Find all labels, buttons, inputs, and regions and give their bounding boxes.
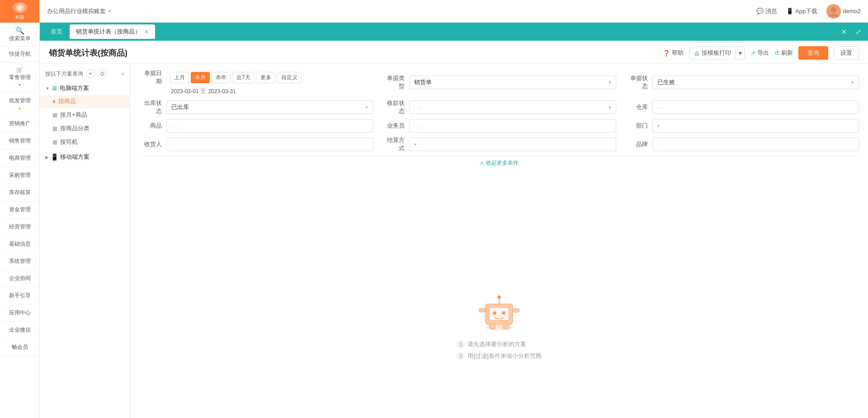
- out-status-field[interactable]: 已出库 ▾: [166, 100, 373, 114]
- query-btn[interactable]: 查询: [798, 46, 828, 60]
- doc-status-field[interactable]: 已生效 ▾: [652, 76, 859, 89]
- sidebar-item-wholesale[interactable]: 批发管理 ▴: [0, 92, 39, 115]
- collapse-filters-btn[interactable]: ∧ 收起更多条件: [139, 156, 859, 170]
- scheme-panel: 按以下方案查询 + ⊙ « ▼ 🖥 电脑端方案: [40, 64, 130, 418]
- brand-dots-icon: ···: [657, 141, 665, 148]
- print-btn[interactable]: 🖨 按模板打印: [689, 47, 736, 59]
- settle-label: 结算方式: [382, 136, 409, 152]
- sidebar-item-sales[interactable]: 销售管理: [0, 133, 39, 150]
- recipient-label: 收货人: [139, 140, 166, 148]
- filter-row-2: 出库状态 已出库 ▾ 收款状态 ··· ▾: [139, 99, 859, 115]
- product-dots-icon: ···: [171, 123, 179, 129]
- doc-type-arrow-icon: ▾: [609, 80, 611, 86]
- date-btn-last-month[interactable]: 上月: [170, 72, 189, 83]
- hint-text-2: 用[过滤]条件来缩小分析范围: [467, 352, 541, 360]
- date-btn-this-month[interactable]: 本月: [191, 72, 210, 83]
- sidebar-item-wechat[interactable]: 企业微信: [0, 322, 39, 339]
- right-panel: 单据日期 上月 本月 本年 近7天 更多 自定义: [130, 64, 868, 418]
- scheme-item-by-month[interactable]: ▦ 按月+商品: [40, 108, 130, 122]
- scheme-item-by-driver[interactable]: ▦ 按司机: [40, 135, 130, 149]
- message-action[interactable]: 💬 消息: [756, 7, 777, 15]
- hint-item-1: 1 请先选择要分析的方案: [457, 340, 526, 348]
- recipient-field[interactable]: ···: [166, 138, 373, 151]
- brand-field[interactable]: ···: [652, 138, 859, 151]
- settings-btn[interactable]: 设置: [834, 46, 859, 60]
- sidebar-item-ecommerce[interactable]: 电商管理: [0, 150, 39, 167]
- salesman-field[interactable]: ···: [409, 119, 616, 133]
- scheme-panel-header: 按以下方案查询 + ⊙ «: [40, 67, 130, 82]
- sidebar-item-inventory[interactable]: 库存核算: [0, 184, 39, 201]
- refresh-btn[interactable]: ↺ 刷新: [774, 49, 793, 57]
- sidebar-item-finance[interactable]: 资金管理: [0, 201, 39, 218]
- scheme-collapse-btn[interactable]: «: [121, 71, 124, 77]
- sidebar-item-operations[interactable]: 经营管理: [0, 218, 39, 236]
- scheme-item-by-category[interactable]: ▦ 按商品分类: [40, 122, 130, 135]
- sidebar-item-guide[interactable]: 新手引导: [0, 287, 39, 304]
- print-dropdown-btn[interactable]: ▾: [736, 48, 745, 58]
- user-menu[interactable]: demo2: [826, 4, 861, 19]
- sidebar-item-enterprise[interactable]: 企业协同: [0, 270, 39, 287]
- filter-cell-doc-status: 单据状态 已生效 ▾: [625, 69, 859, 95]
- tab-close-icon[interactable]: ✕: [144, 28, 149, 35]
- warehouse-field[interactable]: ···: [652, 100, 859, 114]
- svg-rect-11: [513, 309, 519, 312]
- sidebar-item-basic[interactable]: 基础信息: [0, 236, 39, 253]
- sidebar-item-marketing[interactable]: 营销推广: [0, 115, 39, 133]
- item-icon-3: ▦: [52, 125, 57, 132]
- sidebar-search[interactable]: 🔍 帮助 搜索菜单: [0, 23, 39, 47]
- tab-fullscreen-btn[interactable]: ⤢: [853, 26, 863, 37]
- scheme-settings-btn[interactable]: ⊙: [98, 69, 107, 78]
- sidebar-item-apps[interactable]: 应用中心: [0, 304, 39, 322]
- brand-label: 品牌: [625, 140, 652, 148]
- dept-field[interactable]: ▾: [652, 119, 859, 133]
- expand-arrow-mobile-icon: ▶: [45, 155, 49, 160]
- sidebar-item-retail[interactable]: 🛒 零售管理 ▾: [0, 62, 39, 92]
- settle-field[interactable]: ▾: [409, 138, 616, 151]
- sidebar-item-purchase[interactable]: 采购管理: [0, 167, 39, 184]
- tab-home[interactable]: 首页: [44, 24, 69, 39]
- doc-type-value: 销货单: [414, 78, 432, 86]
- print-label: 按模板打印: [702, 49, 731, 57]
- message-label: 消息: [765, 7, 777, 15]
- query-area: 单据日期 上月 本月 本年 近7天 更多 自定义: [130, 64, 868, 228]
- scheme-item-by-product[interactable]: ● 按商品: [40, 95, 130, 108]
- app-download-action[interactable]: 📱 App下载: [786, 7, 817, 15]
- doc-type-field[interactable]: 销货单 ▾: [409, 76, 616, 89]
- date-btn-custom[interactable]: 自定义: [277, 72, 302, 83]
- sidebar-quicknav[interactable]: 快捷导航: [0, 47, 39, 62]
- date-btn-this-year[interactable]: 本年: [212, 72, 231, 83]
- collapse-text: ∧ 收起更多条件: [480, 160, 518, 166]
- scheme-group-pc: ▼ 🖥 电脑端方案 ● 按商品 ▦ 按月+商品 ▦ 按商品分类: [40, 82, 130, 149]
- sidebar-item-system[interactable]: 系统管理: [0, 253, 39, 270]
- hint-num-2: 2: [457, 352, 465, 360]
- main-area: 办公用品行业模拟账套 ▾ 💬 消息 📱 App下载 de: [40, 0, 868, 418]
- help-label: 帮助: [672, 49, 684, 57]
- product-field[interactable]: ···: [166, 119, 373, 133]
- body-layout: 按以下方案查询 + ⊙ « ▼ 🖥 电脑端方案: [40, 64, 868, 418]
- scheme-group-pc-title[interactable]: ▼ 🖥 电脑端方案: [40, 82, 130, 95]
- svg-rect-5: [489, 308, 509, 320]
- export-btn[interactable]: ↗ 导出: [750, 49, 769, 57]
- workspace-selector[interactable]: 办公用品行业模拟账套 ▾: [47, 7, 111, 15]
- hint-text-1: 请先选择要分析的方案: [467, 340, 526, 348]
- scheme-group-mobile-title[interactable]: ▶ 📱 移动端方案: [40, 151, 130, 163]
- scheme-add-btn[interactable]: +: [86, 69, 95, 78]
- app-logo: 标版: [0, 0, 39, 23]
- dept-label: 部门: [625, 122, 652, 130]
- receipt-status-field[interactable]: ··· ▾: [409, 100, 616, 114]
- message-icon: 💬: [756, 8, 764, 14]
- retail-icon: 🛒: [16, 66, 23, 73]
- sidebar-item-member[interactable]: 畅会员: [0, 339, 39, 356]
- filter-cell-dept: 部门 ▾: [625, 119, 859, 133]
- date-btn-more[interactable]: 更多: [256, 72, 275, 83]
- tab-report[interactable]: 销货单统计表（按商品） ✕: [70, 24, 155, 39]
- doc-status-arrow-icon: ▾: [851, 80, 854, 86]
- tab-controls: ✕ ⤢: [838, 26, 863, 37]
- date-btn-7days[interactable]: 近7天: [232, 72, 255, 83]
- help-btn[interactable]: ❓ 帮助: [663, 49, 684, 57]
- receipt-status-label: 收款状态: [382, 99, 409, 115]
- workspace-name: 办公用品行业模拟账套: [47, 7, 106, 15]
- app-download-label: App下载: [795, 7, 817, 15]
- out-status-value: 已出库: [171, 103, 189, 111]
- tab-close-btn[interactable]: ✕: [838, 26, 849, 37]
